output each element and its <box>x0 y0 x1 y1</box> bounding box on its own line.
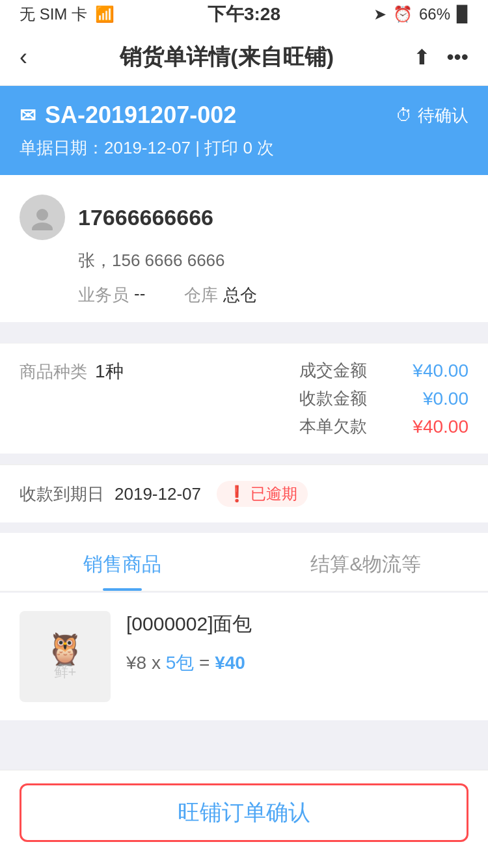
section-divider-3 <box>0 522 488 533</box>
back-button[interactable]: ‹ <box>20 44 27 71</box>
nav-actions: ⬆ ••• <box>413 45 468 70</box>
product-price: ¥8 x 5包 = ¥40 <box>126 651 468 675</box>
overdue-icon: ❗ <box>227 485 247 503</box>
price-text: ¥8 x <box>126 653 166 673</box>
battery-level: 66% <box>419 5 450 23</box>
confirm-order-button[interactable]: 旺铺订单确认 <box>20 783 468 842</box>
product-brand-label: 鲜+ <box>46 665 85 679</box>
product-type-label: 商品种类 <box>20 360 87 383</box>
transaction-amount-value: ¥40.00 <box>377 360 468 381</box>
received-amount-row: 收款金额 ¥0.00 <box>299 387 468 410</box>
no-sim-label: 无 SIM 卡 <box>20 4 87 25</box>
section-divider-1 <box>0 332 488 343</box>
salesperson-label: 业务员 <box>78 284 129 306</box>
quantity-highlight: 5包 <box>166 653 195 673</box>
page-title: 销货单详情(来自旺铺) <box>40 42 413 72</box>
status-left: 无 SIM 卡 📶 <box>20 4 115 25</box>
overdue-badge: ❗ 已逾期 <box>217 481 308 507</box>
tabs-section: 销售商品 结算&物流等 <box>0 533 488 591</box>
battery-icon: ▉ <box>457 5 468 23</box>
wifi-icon: 📶 <box>95 5 115 23</box>
total-highlight: ¥40 <box>215 653 245 673</box>
nav-bar: ‹ 销货单详情(来自旺铺) ⬆ ••• <box>0 29 488 86</box>
order-banner: ✉ SA-20191207-002 ⏱ 待确认 单据日期：2019-12-07 … <box>0 86 488 175</box>
due-label: 收款到期日 <box>20 483 104 506</box>
tab-settlement-label: 结算&物流等 <box>310 553 421 575</box>
order-id: ✉ SA-20191207-002 <box>20 102 236 129</box>
salesperson-value: -- <box>134 284 145 306</box>
due-section: 收款到期日 2019-12-07 ❗ 已逾期 <box>0 465 488 522</box>
transaction-amount-row: 成交金额 ¥40.00 <box>299 359 468 382</box>
product-type-value: 1种 <box>95 359 124 384</box>
product-type-info: 商品种类 1种 <box>20 359 176 384</box>
overdue-text: 已逾期 <box>251 483 297 504</box>
status-right: ➤ ⏰ 66% ▉ <box>373 5 468 23</box>
svg-point-1 <box>32 223 53 230</box>
bottom-section: 旺铺订单确认 <box>0 770 488 868</box>
due-date: 2019-12-07 <box>115 484 201 504</box>
product-item: 🦉 鲜+ [0000002]面包 ¥8 x 5包 = ¥40 <box>0 593 488 720</box>
product-name: [0000002]面包 <box>126 611 468 638</box>
owed-amount-label: 本单欠款 <box>299 415 367 438</box>
status-bar: 无 SIM 卡 📶 下午3:28 ➤ ⏰ 66% ▉ <box>0 0 488 29</box>
order-date: 单据日期：2019-12-07 | 打印 0 次 <box>20 137 468 159</box>
product-image: 🦉 鲜+ <box>20 611 111 702</box>
warehouse-value: 总仓 <box>223 284 257 306</box>
status-clock-icon: ⏱ <box>396 105 413 126</box>
warehouse-label: 仓库 <box>184 284 218 306</box>
customer-section: 17666666666 张，156 6666 6666 业务员 -- 仓库 总仓 <box>0 175 488 322</box>
product-info: [0000002]面包 ¥8 x 5包 = ¥40 <box>126 611 468 675</box>
customer-name: 张，156 6666 6666 <box>20 249 468 272</box>
transaction-amount-label: 成交金额 <box>299 359 367 382</box>
more-button[interactable]: ••• <box>446 45 468 69</box>
location-icon: ➤ <box>373 5 386 23</box>
order-icon: ✉ <box>20 104 36 127</box>
alarm-icon: ⏰ <box>393 5 413 23</box>
stats-section: 商品种类 1种 成交金额 ¥40.00 收款金额 ¥0.00 本单欠款 ¥40.… <box>0 343 488 454</box>
svg-point-0 <box>36 209 48 221</box>
customer-meta: 业务员 -- 仓库 总仓 <box>20 284 468 306</box>
equals-text: = <box>194 653 215 673</box>
owed-amount-value: ¥40.00 <box>377 416 468 437</box>
received-amount-label: 收款金额 <box>299 387 367 410</box>
share-button[interactable]: ⬆ <box>413 45 431 70</box>
owed-amount-row: 本单欠款 ¥40.00 <box>299 415 468 438</box>
order-id-value: SA-20191207-002 <box>45 102 236 129</box>
customer-phone: 17666666666 <box>78 205 213 230</box>
tab-sales-products-label: 销售商品 <box>83 553 161 575</box>
amount-stats: 成交金额 ¥40.00 收款金额 ¥0.00 本单欠款 ¥40.00 <box>176 359 468 438</box>
tab-settlement[interactable]: 结算&物流等 <box>244 533 488 591</box>
order-status: ⏱ 待确认 <box>396 104 468 127</box>
tab-sales-products[interactable]: 销售商品 <box>0 533 244 591</box>
product-owl-icon: 🦉 鲜+ <box>46 634 85 679</box>
order-status-label: 待确认 <box>418 104 468 127</box>
customer-avatar <box>20 195 65 240</box>
received-amount-value: ¥0.00 <box>377 388 468 409</box>
status-time: 下午3:28 <box>208 2 280 27</box>
